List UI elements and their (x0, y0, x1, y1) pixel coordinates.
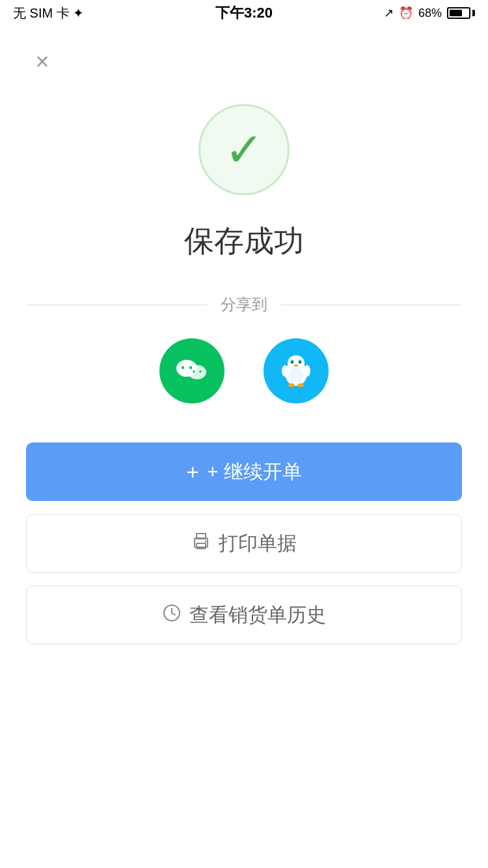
close-button[interactable]: × (26, 46, 59, 78)
print-label: 打印单据 (219, 530, 297, 557)
divider-left (26, 305, 208, 305)
continue-order-label: + 继续开单 (207, 459, 302, 485)
wechat-icon (172, 351, 211, 390)
qq-icon (277, 351, 316, 390)
history-label: 查看销货单历史 (189, 602, 326, 629)
action-buttons: + + 继续开单 打印单据 (26, 442, 462, 644)
svg-point-17 (282, 365, 288, 377)
history-button[interactable]: 查看销货单历史 (26, 586, 462, 644)
svg-line-25 (172, 613, 175, 615)
svg-point-4 (193, 370, 195, 373)
close-icon: × (35, 50, 49, 74)
share-divider-row: 分享到 (26, 294, 462, 315)
wechat-share-button[interactable] (159, 338, 224, 403)
svg-point-2 (182, 366, 184, 369)
battery-label: 68% (418, 7, 442, 20)
svg-point-14 (289, 366, 303, 383)
battery-icon (447, 7, 475, 19)
svg-point-15 (288, 383, 295, 387)
status-right: ↗ ⏰ 68% (384, 6, 475, 20)
svg-point-3 (189, 366, 192, 369)
svg-point-5 (199, 370, 202, 373)
svg-point-12 (299, 362, 301, 364)
success-circle: ✓ (198, 104, 290, 195)
share-label: 分享到 (221, 294, 267, 315)
location-icon: ↗ (384, 6, 394, 20)
success-title: 保存成功 (184, 221, 304, 262)
page-content: × ✓ 保存成功 分享到 (0, 26, 488, 868)
svg-point-16 (297, 383, 304, 387)
qq-share-button[interactable] (264, 338, 329, 403)
continue-order-button[interactable]: + + 继续开单 (26, 442, 462, 501)
share-icons-row (159, 338, 329, 403)
status-bar: 无 SIM 卡 ✦ 下午3:20 ↗ ⏰ 68% (0, 0, 488, 26)
svg-point-18 (304, 365, 310, 377)
svg-point-11 (291, 362, 293, 364)
sim-label: 无 SIM 卡 ✦ (13, 5, 84, 22)
alarm-icon: ⏰ (399, 6, 413, 20)
print-button[interactable]: 打印单据 (26, 514, 462, 573)
status-left: 无 SIM 卡 ✦ (13, 5, 84, 22)
checkmark-icon: ✓ (224, 126, 264, 173)
plus-icon: + (186, 459, 199, 485)
clock-icon (162, 603, 182, 627)
svg-point-22 (205, 540, 207, 542)
status-time: 下午3:20 (215, 3, 273, 23)
divider-right (280, 305, 462, 305)
printer-icon (191, 532, 211, 556)
